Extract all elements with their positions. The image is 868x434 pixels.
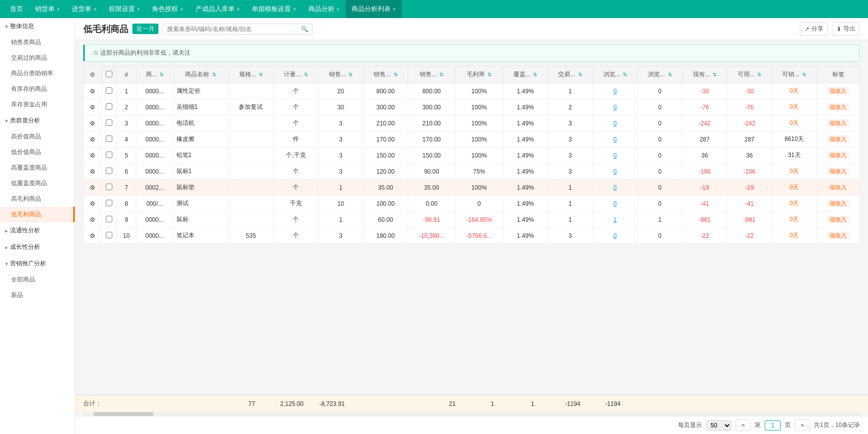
- sidebar-group-marketing[interactable]: ▾ 营销推广分析: [0, 255, 75, 272]
- cell-checkbox[interactable]: [102, 83, 117, 99]
- sidebar-group-growth[interactable]: ▸ 成长性分析: [0, 239, 75, 255]
- col-checkbox-all[interactable]: [102, 66, 117, 83]
- tag-recent[interactable]: 近一月: [132, 24, 158, 34]
- cell-gear[interactable]: ⚙: [84, 148, 102, 164]
- cell-browse1[interactable]: 0: [593, 83, 637, 99]
- sidebar-item-category-rate[interactable]: 商品分类助销率: [0, 66, 75, 81]
- cell-browse1[interactable]: 0: [593, 99, 637, 115]
- sidebar-item-capital[interactable]: 库存资金占用: [0, 97, 75, 112]
- row-checkbox[interactable]: [106, 119, 112, 126]
- cell-browse1[interactable]: 0: [593, 164, 637, 180]
- close-permissions-icon[interactable]: ×: [137, 6, 140, 12]
- close-roles-icon[interactable]: ×: [180, 6, 183, 12]
- cell-checkbox[interactable]: [102, 180, 117, 196]
- prev-page-btn[interactable]: ＜: [736, 419, 751, 431]
- cell-checkbox[interactable]: [102, 115, 117, 131]
- col-current-stock[interactable]: 现有... ⇅: [682, 66, 727, 83]
- close-analysis-list-icon[interactable]: ×: [393, 6, 396, 12]
- checkbox-all[interactable]: [106, 71, 112, 77]
- col-sellable[interactable]: 可销... ⇅: [772, 66, 816, 83]
- nav-analysis[interactable]: 商品分析 ×: [302, 0, 345, 18]
- col-available[interactable]: 可用... ⇅: [727, 66, 772, 83]
- nav-permissions[interactable]: 权限设置 ×: [103, 0, 146, 18]
- col-trade[interactable]: 交易... ⇅: [548, 66, 592, 83]
- cell-gear[interactable]: ⚙: [84, 212, 102, 228]
- close-purchase-icon[interactable]: ×: [93, 6, 96, 12]
- export-button[interactable]: ⬇ 导出: [832, 22, 860, 36]
- row-checkbox[interactable]: [106, 168, 112, 174]
- scrollbar-area[interactable]: [83, 412, 860, 416]
- sidebar-group-flow[interactable]: ▸ 流通性分析: [0, 222, 75, 239]
- sidebar-item-high-coverage[interactable]: 高覆盖度商品: [0, 160, 75, 176]
- share-button[interactable]: ↗ 分享: [800, 22, 828, 36]
- col-gear[interactable]: ⚙: [84, 66, 102, 83]
- row-checkbox[interactable]: [106, 152, 112, 158]
- col-sales-profit[interactable]: 销售... ⇅: [408, 66, 455, 83]
- row-checkbox[interactable]: [106, 184, 112, 190]
- cell-browse1[interactable]: 0: [593, 131, 637, 148]
- sidebar-item-all-products[interactable]: 全部商品: [0, 272, 75, 287]
- col-coverage[interactable]: 覆盖... ⇅: [503, 66, 548, 83]
- per-page-select[interactable]: 50 100 200: [706, 420, 732, 431]
- cell-browse1[interactable]: 0: [593, 115, 637, 131]
- sidebar-item-sales-products[interactable]: 销售类商品: [0, 35, 75, 50]
- cell-browse1[interactable]: 1: [593, 212, 637, 228]
- cell-browse1[interactable]: 0: [593, 228, 637, 244]
- nav-analysis-list[interactable]: 商品分析列表 ×: [345, 0, 402, 18]
- close-products-icon[interactable]: ×: [237, 6, 240, 12]
- cell-gear[interactable]: ⚙: [84, 83, 102, 99]
- col-browse1[interactable]: 浏览... ⇅: [593, 66, 637, 83]
- sidebar-group-cluster[interactable]: ▾ 类群度分析: [0, 112, 75, 129]
- nav-purchase[interactable]: 进货单 ×: [66, 0, 102, 18]
- cell-checkbox[interactable]: [102, 196, 117, 212]
- row-checkbox[interactable]: [106, 200, 112, 206]
- cell-checkbox[interactable]: [102, 164, 117, 180]
- col-browse2[interactable]: 浏览... ⇅: [637, 66, 682, 83]
- col-name[interactable]: 商品名称 ⇅: [173, 66, 228, 83]
- cell-browse1[interactable]: 0: [593, 196, 637, 212]
- close-sales-icon[interactable]: ×: [57, 6, 60, 12]
- close-analysis-icon[interactable]: ×: [336, 6, 339, 12]
- cell-gear[interactable]: ⚙: [84, 228, 102, 244]
- sidebar-item-high-margin[interactable]: 高毛利商品: [0, 191, 75, 207]
- sidebar-item-low-margin[interactable]: 低毛利商品: [0, 207, 75, 222]
- col-tag[interactable]: 标签: [817, 66, 860, 83]
- table-container[interactable]: ⚙ # 商... ⇅ 商品名称 ⇅ 规格... ⇅ 计量... ⇅ 销售... …: [75, 62, 868, 394]
- cell-gear[interactable]: ⚙: [84, 131, 102, 148]
- sidebar-item-low-coverage[interactable]: 低覆盖度商品: [0, 176, 75, 191]
- scrollbar-thumb[interactable]: [93, 412, 153, 416]
- cell-checkbox[interactable]: [102, 228, 117, 244]
- nav-home[interactable]: 首页: [4, 0, 29, 18]
- row-checkbox[interactable]: [106, 103, 112, 110]
- nav-products[interactable]: 产成品入库单 ×: [190, 0, 246, 18]
- cell-gear[interactable]: ⚙: [84, 99, 102, 115]
- col-sales-price[interactable]: 销售... ⇅: [363, 66, 408, 83]
- col-gross-margin[interactable]: 毛利率 ⇅: [455, 66, 503, 83]
- col-unit[interactable]: 计量... ⇅: [273, 66, 318, 83]
- cell-checkbox[interactable]: [102, 148, 117, 164]
- search-input[interactable]: [167, 26, 301, 33]
- cell-checkbox[interactable]: [102, 212, 117, 228]
- col-spec[interactable]: 规格... ⇅: [228, 66, 273, 83]
- cell-browse1[interactable]: 0: [593, 180, 637, 196]
- cell-browse1[interactable]: 0: [593, 148, 637, 164]
- nav-templates[interactable]: 单据模板设置 ×: [246, 0, 302, 18]
- row-checkbox[interactable]: [106, 87, 112, 94]
- row-checkbox[interactable]: [106, 135, 112, 142]
- cell-checkbox[interactable]: [102, 131, 117, 148]
- col-code[interactable]: 商... ⇅: [136, 66, 173, 83]
- cell-gear[interactable]: ⚙: [84, 164, 102, 180]
- col-sales-qty[interactable]: 销售... ⇅: [318, 66, 363, 83]
- cell-gear[interactable]: ⚙: [84, 115, 102, 131]
- nav-roles[interactable]: 角色授权 ×: [146, 0, 189, 18]
- row-checkbox[interactable]: [106, 216, 112, 222]
- nav-sales[interactable]: 销货单 ×: [29, 0, 66, 18]
- close-templates-icon[interactable]: ×: [293, 6, 296, 12]
- cell-gear[interactable]: ⚙: [84, 180, 102, 196]
- cell-gear[interactable]: ⚙: [84, 196, 102, 212]
- sidebar-item-new-products[interactable]: 新品: [0, 287, 75, 303]
- sidebar-item-high-value[interactable]: 高价值商品: [0, 129, 75, 144]
- sidebar-item-low-value[interactable]: 低价值商品: [0, 144, 75, 160]
- cell-checkbox[interactable]: [102, 99, 117, 115]
- sidebar-group-overall[interactable]: ▾ 整体信息: [0, 18, 75, 35]
